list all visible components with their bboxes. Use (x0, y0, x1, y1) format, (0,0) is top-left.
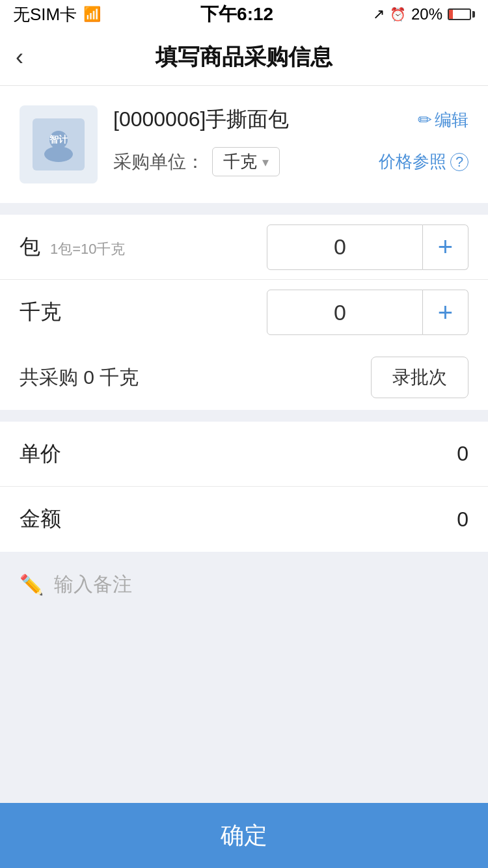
unit-label: 采购单位： (113, 150, 204, 174)
bag-plus-button[interactable]: + (423, 224, 468, 270)
alarm-icon: ⏰ (390, 7, 406, 22)
remark-placeholder: 输入备注 (54, 571, 132, 598)
kg-plus-button[interactable]: + (423, 290, 468, 335)
product-image: 智计 (20, 105, 98, 183)
battery-icon (448, 8, 475, 20)
edit-label: 编辑 (435, 109, 468, 131)
product-name: [0000006]手撕面包 (113, 105, 289, 134)
unit-price-row: 单价 0 (0, 422, 488, 487)
divider-2 (0, 410, 488, 422)
product-card: 智计 [0000006]手撕面包 ✏ 编辑 采购单位： 千克 ▾ (0, 86, 488, 203)
page-title: 填写商品采购信息 (156, 42, 332, 72)
summary-text: 共采购 0 千克 (20, 364, 139, 391)
unit-value: 千克 (223, 150, 257, 173)
unit-price-label: 单价 (20, 440, 61, 468)
confirm-button[interactable]: 确定 (0, 803, 488, 868)
unit-select[interactable]: 千克 ▾ (212, 147, 280, 176)
amount-label: 金额 (20, 505, 61, 534)
price-ref-help-icon: ? (450, 153, 468, 171)
carrier-label: 无SIM卡 (13, 3, 77, 26)
bag-input-row: 包 1包=10千克 + (0, 215, 488, 280)
unit-price-value: 0 (457, 442, 468, 466)
edit-button[interactable]: ✏ 编辑 (418, 109, 468, 131)
price-ref-button[interactable]: 价格参照 ? (379, 150, 468, 173)
kg-input-wrap: + (267, 290, 468, 335)
summary-row: 共采购 0 千克 录批次 (0, 345, 488, 410)
edit-icon: ✏ (418, 110, 432, 130)
unit-row: 采购单位： 千克 ▾ 价格参照 ? (113, 147, 468, 176)
status-time: 下午6:12 (200, 2, 273, 27)
nav-bar: ‹ 填写商品采购信息 (0, 29, 488, 86)
battery-percent: 20% (411, 5, 442, 23)
status-left: 无SIM卡 📶 (13, 3, 101, 26)
back-button[interactable]: ‹ (16, 44, 23, 71)
svg-text:智计: 智计 (49, 134, 68, 144)
product-info: [0000006]手撕面包 ✏ 编辑 采购单位： 千克 ▾ 价格参照 ? (113, 105, 468, 176)
kg-label: 千克 (20, 298, 267, 327)
wifi-icon: 📶 (83, 6, 101, 23)
status-right: ↗ ⏰ 20% (373, 5, 475, 23)
price-ref-label: 价格参照 (379, 150, 446, 173)
kg-input-row: 千克 + (0, 280, 488, 345)
input-section: 包 1包=10千克 + 千克 + (0, 215, 488, 345)
batch-button[interactable]: 录批次 (371, 357, 468, 398)
product-name-row: [0000006]手撕面包 ✏ 编辑 (113, 105, 468, 134)
price-section: 单价 0 金额 0 (0, 422, 488, 552)
amount-row: 金额 0 (0, 487, 488, 552)
chevron-down-icon: ▾ (262, 154, 269, 170)
divider-1 (0, 203, 488, 215)
bag-input-wrap: + (267, 224, 468, 270)
bag-label-text: 包 (20, 235, 40, 258)
kg-input[interactable] (267, 290, 423, 335)
pencil-icon: ✏️ (20, 573, 44, 596)
bag-input[interactable] (267, 224, 423, 270)
status-bar: 无SIM卡 📶 下午6:12 ↗ ⏰ 20% (0, 0, 488, 29)
svg-point-1 (44, 146, 73, 162)
remark-section[interactable]: ✏️ 输入备注 (0, 552, 488, 617)
bag-label: 包 1包=10千克 (20, 233, 267, 262)
product-image-placeholder: 智计 (33, 118, 85, 170)
location-icon: ↗ (373, 6, 385, 23)
bag-sublabel: 1包=10千克 (50, 241, 126, 257)
amount-value: 0 (457, 508, 468, 532)
